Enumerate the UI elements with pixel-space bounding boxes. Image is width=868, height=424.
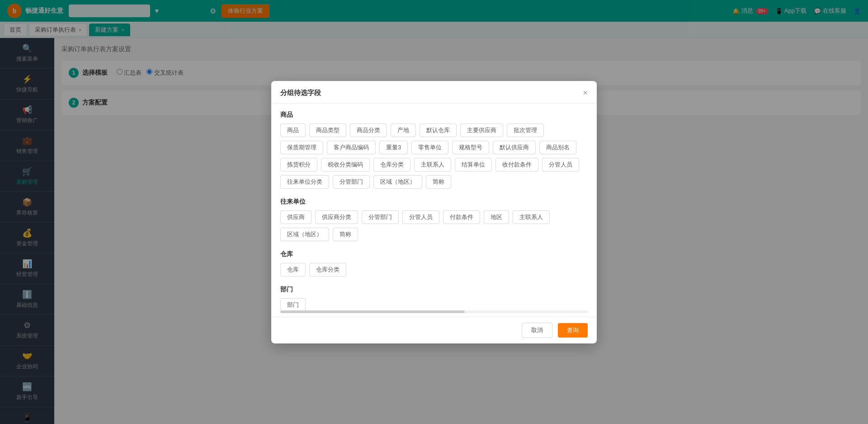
- field-selection-modal: 分组待选字段 × 商品 商品 商品类型 商品分类 产地 默认仓库: [271, 81, 597, 343]
- confirm-button[interactable]: 查询: [558, 323, 588, 338]
- field-default-supplier[interactable]: 默认供应商: [493, 141, 536, 154]
- field-main-contact[interactable]: 主联系人: [414, 158, 451, 172]
- field-area[interactable]: 地区: [484, 210, 509, 224]
- field-region[interactable]: 区域（地区）: [373, 175, 422, 189]
- field-partner-dept[interactable]: 分管部门: [362, 210, 399, 224]
- field-product-type[interactable]: 商品类型: [309, 124, 346, 137]
- field-shelf-life-mgmt[interactable]: 保质期管理: [280, 141, 323, 154]
- field-product-category[interactable]: 商品分类: [350, 124, 387, 137]
- modal-title: 分组待选字段: [280, 89, 321, 97]
- field-partner-category[interactable]: 往来单位分类: [280, 175, 329, 189]
- field-warehouse-cat[interactable]: 仓库分类: [309, 263, 346, 276]
- field-dept-incharge[interactable]: 分管部门: [333, 175, 370, 189]
- field-partner-region[interactable]: 区域（地区）: [280, 228, 329, 241]
- section-product-fields: 商品 商品类型 商品分类 产地 默认仓库 主要供应商 批次管理 保质期管理 客户…: [280, 124, 588, 189]
- field-product-alias[interactable]: 商品别名: [539, 141, 576, 154]
- modal-footer: 取消 查询: [271, 317, 597, 343]
- section-dept-title: 部门: [280, 286, 588, 294]
- field-supplier-category[interactable]: 供应商分类: [315, 210, 358, 224]
- section-product: 商品 商品 商品类型 商品分类 产地 默认仓库 主要供应商 批次管理 保质期管理…: [280, 111, 588, 189]
- content-area: 采购订单执行表方案设置 1 选择模板 汇总表 交叉统计表 2 方案配置: [54, 38, 868, 424]
- section-partner-fields: 供应商 供应商分类 分管部门 分管人员 付款条件 地区 主联系人 区域（地区） …: [280, 210, 588, 241]
- section-warehouse-title: 仓库: [280, 250, 588, 258]
- field-retail-unit[interactable]: 零售单位: [411, 141, 448, 154]
- modal-scrollbar-thumb: [280, 310, 465, 313]
- section-partner-title: 往来单位: [280, 198, 588, 206]
- field-spec-model[interactable]: 规格型号: [452, 141, 489, 154]
- section-dept-fields: 部门: [280, 298, 588, 311]
- section-dept: 部门 部门: [280, 286, 588, 311]
- field-customer-code[interactable]: 客户商品编码: [327, 141, 376, 154]
- field-product[interactable]: 商品: [280, 124, 306, 137]
- modal-overlay: 分组待选字段 × 商品 商品 商品类型 商品分类 产地 默认仓库: [54, 38, 868, 424]
- field-pick-points[interactable]: 拣货积分: [280, 158, 317, 172]
- section-product-title: 商品: [280, 111, 588, 119]
- field-partner-short-name[interactable]: 简称: [333, 228, 358, 241]
- field-short-name[interactable]: 简称: [426, 175, 451, 189]
- field-origin[interactable]: 产地: [391, 124, 416, 137]
- field-warehouse-category[interactable]: 仓库分类: [373, 158, 410, 172]
- field-payment-terms[interactable]: 收付款条件: [495, 158, 538, 172]
- modal-close-button[interactable]: ×: [583, 88, 588, 98]
- field-weight3[interactable]: 重量3: [379, 141, 408, 154]
- field-payment-condition[interactable]: 付款条件: [443, 210, 480, 224]
- field-warehouse[interactable]: 仓库: [280, 263, 306, 276]
- section-warehouse: 仓库 仓库 仓库分类: [280, 250, 588, 276]
- field-batch-mgmt[interactable]: 批次管理: [507, 124, 544, 137]
- modal-body[interactable]: 商品 商品 商品类型 商品分类 产地 默认仓库 主要供应商 批次管理 保质期管理…: [271, 104, 597, 311]
- field-settlement-unit[interactable]: 结算单位: [455, 158, 492, 172]
- modal-horizontal-scrollbar[interactable]: [280, 310, 588, 313]
- field-person-incharge[interactable]: 分管人员: [542, 158, 579, 172]
- field-dept[interactable]: 部门: [280, 298, 306, 311]
- section-partner: 往来单位 供应商 供应商分类 分管部门 分管人员 付款条件 地区 主联系人 区域…: [280, 198, 588, 241]
- section-warehouse-fields: 仓库 仓库分类: [280, 263, 588, 276]
- field-tax-code[interactable]: 税收分类编码: [321, 158, 370, 172]
- main-layout: 🔍 搜索菜单 ⚡ 快捷导航 📢 营销推广 💼 销售管理 🛒 采购管理 📦 库存核…: [0, 38, 868, 424]
- cancel-button[interactable]: 取消: [522, 323, 552, 338]
- field-partner-contact[interactable]: 主联系人: [513, 210, 550, 224]
- field-supplier[interactable]: 供应商: [280, 210, 311, 224]
- field-partner-person[interactable]: 分管人员: [402, 210, 439, 224]
- modal-header: 分组待选字段 ×: [271, 81, 597, 104]
- field-default-warehouse[interactable]: 默认仓库: [420, 124, 457, 137]
- field-main-supplier[interactable]: 主要供应商: [460, 124, 503, 137]
